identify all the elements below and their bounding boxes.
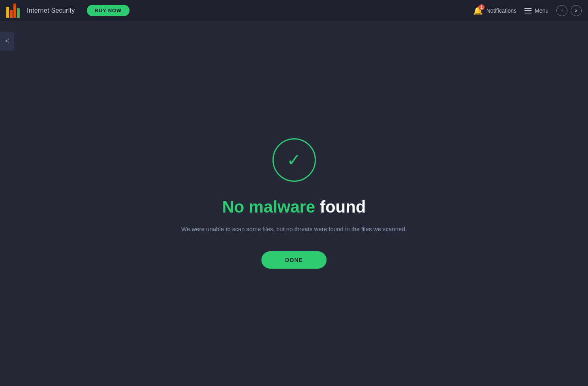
avg-logo xyxy=(6,4,23,18)
notifications-area[interactable]: 🔔 1 Notifications xyxy=(473,6,517,16)
menu-label: Menu xyxy=(535,8,549,14)
result-title-white: found xyxy=(320,198,366,216)
done-button[interactable]: DONE xyxy=(261,251,327,269)
titlebar: Internet Security BUY NOW 🔔 1 Notificati… xyxy=(0,0,588,21)
window-controls: − × xyxy=(556,5,582,16)
check-icon: ✓ xyxy=(287,151,301,169)
main-content: ✓ No malware found We were unable to sca… xyxy=(0,21,588,386)
buy-now-button[interactable]: BUY NOW xyxy=(87,5,130,16)
sidebar-toggle[interactable]: < xyxy=(0,32,14,51)
result-subtitle: We were unable to scan some files, but n… xyxy=(181,224,407,234)
close-button[interactable]: × xyxy=(571,5,582,16)
menu-area[interactable]: Menu xyxy=(524,8,549,14)
bell-icon-wrap: 🔔 1 xyxy=(473,6,483,16)
minimize-button[interactable]: − xyxy=(556,5,567,16)
titlebar-right: 🔔 1 Notifications Menu − × xyxy=(473,5,582,16)
check-circle: ✓ xyxy=(272,138,316,182)
result-title-green: No malware xyxy=(222,198,315,216)
notifications-label: Notifications xyxy=(487,8,517,14)
chevron-left-icon: < xyxy=(5,38,9,45)
menu-icon xyxy=(524,8,532,13)
result-title: No malware found xyxy=(222,198,366,217)
app-name: Internet Security xyxy=(27,7,75,14)
logo-area: Internet Security BUY NOW xyxy=(6,4,130,18)
notification-badge: 1 xyxy=(479,4,485,10)
